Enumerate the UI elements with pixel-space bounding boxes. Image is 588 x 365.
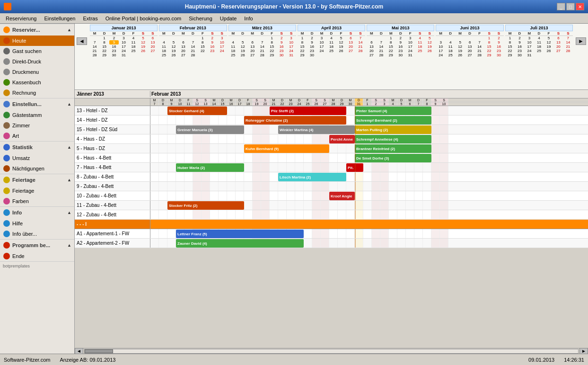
sidebar-item-farben[interactable]: Farben (0, 196, 74, 206)
reservation-bar[interactable]: Pit. (346, 163, 363, 172)
close-button[interactable]: ✕ (576, 3, 584, 10)
reservation-bar[interactable]: Kroof Angie (329, 192, 355, 200)
reservierung-section-icon (3, 26, 10, 34)
table-row[interactable]: 5 - Haus - DZKuhn Bernhard (9)Brantner R… (75, 144, 588, 153)
planner-month-header: Jänner 2013 Februar 2013 (75, 90, 588, 98)
menu-reservierung[interactable]: Reservierung (2, 15, 40, 22)
table-row[interactable]: 7 - Haus - 4-BettHuber Maria (2)Pit. (75, 163, 588, 172)
reservation-bar[interactable]: Stocker Gerhard (4) (167, 107, 227, 115)
room-label: 4 - Haus - DZ (75, 134, 150, 143)
reservation-bar[interactable]: Pinter Samuel (4) (355, 107, 431, 115)
direkt-druck-icon (3, 58, 10, 65)
table-row[interactable]: 6 - Haus - 4-BettDe Smet Dorhe (3) (75, 153, 588, 163)
table-row[interactable]: 15 - Hotel - DZ SüdGreiner Manuela (3)Wi… (75, 125, 588, 134)
menu-update[interactable]: Update (216, 15, 240, 22)
reservation-bar[interactable]: Rohregger Christine (2) (244, 116, 346, 125)
maximize-button[interactable]: □ (566, 3, 575, 10)
sidebar-item-heute[interactable]: Heute (0, 36, 74, 46)
zimmer-icon (3, 122, 10, 129)
table-row[interactable]: 11 - Zubau - 4-BettStocker Fritz (2) (75, 201, 588, 210)
hilfe-label: Hilfe (12, 221, 23, 226)
feiertage-icon (3, 187, 10, 195)
table-row[interactable]: A2 - Appartement-2 - FWZauner David (4) (75, 239, 588, 248)
reservation-bar[interactable]: Winkler Martina (4) (278, 125, 355, 134)
sidebar-item-druckmenu[interactable]: Druckmenu (0, 67, 74, 77)
sidebar-item-zimmer[interactable]: Zimmer (0, 120, 74, 131)
table-row[interactable]: 10 - Zubau - 4-BettKroof Angie (75, 191, 588, 201)
sidebar-item-art[interactable]: Art (0, 131, 74, 141)
reservation-bar[interactable]: Huber Maria (2) (176, 163, 244, 172)
reservation-bar[interactable]: Brantner Reinfried (2) (355, 144, 431, 153)
planner-cells: Greiner Manuela (3)Winkler Martina (4)Ma… (150, 125, 588, 134)
sidebar-item-feiertage[interactable]: Feiertage (0, 186, 74, 196)
reservation-bar[interactable]: Greiner Manuela (3) (176, 125, 244, 134)
minimize-button[interactable]: _ (557, 3, 565, 10)
sidebar-item-naechtigungen[interactable]: Nächtigungen (0, 163, 74, 174)
room-label: 15 - Hotel - DZ Süd (75, 125, 150, 134)
status-left: Software-Pitzer.com Anzeige AB: 09.01.20… (4, 357, 115, 363)
reservation-bar[interactable]: Schrempf Anneliese (4) (355, 135, 431, 143)
menu-einstellungen[interactable]: Einstellungen (40, 15, 79, 22)
reservation-bar[interactable]: Kuhn Bernhard (9) (244, 144, 329, 153)
reservation-bar[interactable]: Lösch Martina (2) (278, 173, 346, 181)
planner-cells: Kroof Angie (150, 191, 588, 200)
sidebar-item-kassenbuch[interactable]: Kassenbuch (0, 77, 74, 88)
sidebar-section-info[interactable]: Info ▲ (0, 206, 74, 218)
sidebar-section-feiertage[interactable]: Feiertage ▲ (0, 174, 74, 186)
menu-extras[interactable]: Extras (79, 15, 101, 22)
menu-info[interactable]: Info (240, 15, 256, 22)
reservation-bar[interactable]: Lettner Franz (5) (176, 230, 304, 238)
sidebar-item-direkt-druck[interactable]: Direkt-Druck (0, 56, 74, 67)
farben-label: Farben (12, 198, 29, 204)
reservation-bar[interactable]: De Smet Dorhe (3) (355, 154, 431, 162)
menu-portal[interactable]: Online Portal | booking-euro.com (102, 15, 185, 22)
table-row[interactable]: 4 - Haus - DZPercht AnneSchrempf Annelie… (75, 134, 588, 144)
umsatz-label: Umsatz (12, 155, 30, 161)
planner-dates-header: MDMDFSSMDMDFSSMDMDFSSMDMDFSSMDMDFSS78910… (75, 98, 588, 106)
sidebar-item-hilfe[interactable]: Hilfe (0, 218, 74, 229)
reservation-bar[interactable]: Schrempf Bernhard (2) (355, 116, 431, 125)
programm-section-icon (3, 241, 10, 249)
scroll-right-button[interactable]: ► (579, 348, 588, 354)
table-row[interactable]: 8 - Zubau - 4-BettLösch Martina (2) (75, 172, 588, 182)
sidebar-section-statistik[interactable]: Statistik ▲ (0, 141, 74, 153)
reservation-bar[interactable]: Percht Anne (329, 135, 355, 143)
sidebar-item-gaestestamm[interactable]: Gästestamm (0, 110, 74, 120)
sidebar-item-umsatz[interactable]: Umsatz (0, 153, 74, 163)
mini-cal-month-5: Juni 2013MDMDFSS123456789101112131415161… (436, 25, 503, 57)
planner-cells: Rohregger Christine (2)Schrempf Bernhard… (150, 116, 588, 125)
naechtigungen-icon (3, 165, 10, 172)
reservation-bar[interactable]: Zauner David (4) (176, 239, 304, 248)
table-row[interactable]: 9 - Zubau - 4-Bett (75, 182, 588, 191)
sidebar-item-ende[interactable]: Ende (0, 251, 74, 261)
sidebar-section-einstellungen[interactable]: Einstellun... ▲ (0, 98, 74, 110)
scroll-track[interactable] (84, 349, 579, 354)
mini-cal-month-0: Januar 2013MDMDFSS1234567891011121314151… (90, 25, 158, 57)
planner-left-month: Jänner 2013 (75, 91, 150, 97)
window-controls: _ □ ✕ (557, 3, 584, 10)
reservation-bar[interactable]: Pilz Steffi (2) (270, 107, 346, 115)
cal-prev-button[interactable]: ◄ (77, 37, 87, 45)
table-row[interactable]: 12 - Zubau - 4-Bett (75, 210, 588, 220)
sidebar-item-gast-suchen[interactable]: Gast suchen (0, 46, 74, 56)
scroll-thumb[interactable] (85, 349, 113, 353)
reservation-bar[interactable]: Stocker Fritz (2) (167, 201, 244, 210)
planner-cells: De Smet Dorhe (3) (150, 153, 588, 162)
menu-sicherung[interactable]: Sicherung (185, 15, 216, 22)
scroll-left-button[interactable]: ◄ (75, 348, 83, 354)
planner-body[interactable]: 13 - Hotel - DZStocker Gerhard (4)Pilz S… (75, 106, 588, 348)
sidebar-item-rechnung[interactable]: Rechnung (0, 88, 74, 98)
cal-next-button[interactable]: ► (576, 37, 586, 45)
horizontal-scrollbar[interactable]: ◄ ► (75, 348, 588, 354)
mini-cal-month-2: März 2013MDMDFSS123456789101112131415161… (228, 25, 296, 57)
sidebar-item-info-ueber[interactable]: Info über... (0, 229, 74, 239)
table-row[interactable]: A1 - Appartement-1 - FWLettner Franz (5) (75, 229, 588, 239)
info-section-label: Info (12, 210, 22, 215)
table-row[interactable]: 13 - Hotel - DZStocker Gerhard (4)Pilz S… (75, 106, 588, 116)
planner-day-headers: MDMDFSSMDMDFSSMDMDFSSMDMDFSSMDMDFSS78910… (150, 98, 588, 106)
table-row[interactable]: 14 - Hotel - DZRohregger Christine (2)Sc… (75, 116, 588, 125)
sidebar-section-programm[interactable]: Programm be... ▲ (0, 239, 74, 251)
sidebar-section-reservierung[interactable]: Reservier... ▲ (0, 24, 74, 36)
reservation-bar[interactable]: Marten Pulling (2) (355, 125, 431, 134)
rechnung-icon (3, 89, 10, 97)
